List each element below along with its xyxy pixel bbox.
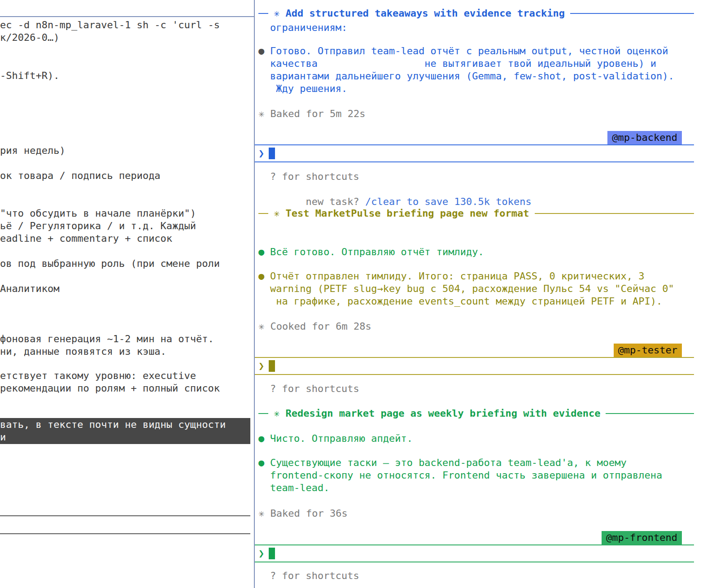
terminal-output-line: ни, данные появятся из кэша. (0, 345, 166, 358)
message-continuation: ограничениям: (270, 22, 694, 34)
terminal-output-line: Аналитиком (0, 283, 59, 295)
terminal-output-line: етствует такому уровню: executive (0, 370, 196, 382)
terminal-output-line: -Shift+R). (0, 70, 59, 82)
terminal-output-line: рия недель) (0, 144, 65, 157)
header-line-segment (258, 413, 268, 414)
session-header: ✳ Redesign market page as weekly briefin… (258, 407, 694, 420)
pane-top-border (0, 16, 254, 17)
terminal-output-line: фоновая генерация ~1-2 мин на отчёт. (0, 333, 214, 345)
message-text: Существующие таски — это backend-работа … (270, 457, 662, 494)
shortcuts-hint: ? for shortcuts (270, 170, 694, 183)
agent-sessions-pane: ✳ Add structured takeaways with evidence… (255, 0, 707, 588)
header-line-segment (258, 213, 268, 214)
session-header: ✳ Test MarketPulse briefing page new for… (258, 207, 694, 220)
shortcuts-hint: ? for shortcuts (270, 570, 694, 582)
task-duration-status: ✳ Cooked for 6m 28s (258, 320, 371, 333)
message-text: Отчёт отправлен тимлиду. Итого: страница… (270, 270, 674, 308)
message-bullet-icon: ● (258, 45, 270, 95)
text-cursor-icon (269, 148, 275, 159)
selected-text-line: и (0, 431, 250, 444)
agent-badge: @mp-backend (607, 131, 682, 144)
left-terminal-pane[interactable]: ec -d n8n-mp_laravel-1 sh -c 'curl -s к/… (0, 0, 254, 588)
assistant-message: ● Всё готово. Отправляю отчёт тимлиду. (258, 246, 694, 258)
selected-text-block: вать, в тексте почти не видны сущности и (0, 418, 250, 444)
text-cursor-icon (269, 548, 275, 559)
header-line-fill (535, 213, 694, 214)
message-text: Всё готово. Отправляю отчёт тимлиду. (270, 246, 484, 258)
session-title: ✳ Test MarketPulse briefing page new for… (268, 207, 535, 220)
terminal-output-line: ec -d n8n-mp_laravel-1 sh -c 'curl -s (0, 19, 220, 31)
message-bullet-icon: ● (258, 432, 270, 445)
assistant-message: ● Готово. Отправил team-lead отчёт с реа… (258, 45, 694, 95)
session-title: ✳ Redesign market page as weekly briefin… (268, 407, 606, 420)
assistant-message: ● Отчёт отправлен тимлиду. Итого: страни… (258, 270, 694, 308)
agent-badge: @mp-tester (614, 344, 682, 357)
terminal-output-line: ьё / Регуляторика / и т.д. Каждый (0, 220, 196, 232)
message-text: Готово. Отправил team-lead отчёт с реаль… (270, 45, 674, 95)
header-line-fill (606, 413, 694, 414)
message-bullet-icon: ● (258, 457, 270, 494)
terminal-output-line: eadline + commentary + список (0, 232, 172, 245)
agent-badge: @mp-frontend (602, 531, 682, 544)
header-line-fill (570, 13, 694, 14)
text-cursor-icon (269, 360, 275, 372)
header-line-segment (258, 13, 268, 14)
token-save-hint-prefix: new task? (305, 196, 365, 207)
horizontal-rule (0, 515, 250, 516)
message-bullet-icon: ● (258, 270, 270, 308)
clear-command-hint: /clear to save 130.5k tokens (365, 196, 532, 207)
terminal-output-line: к/2026-0…) (0, 31, 59, 44)
terminal-output-line: ов под выбранную роль (при смене роли (0, 257, 220, 270)
session-title: ✳ Add structured takeaways with evidence… (268, 7, 570, 20)
task-duration-status: ✳ Baked for 5m 22s (258, 108, 365, 120)
selected-text-line: вать, в тексте почти не видны сущности (0, 418, 250, 431)
prompt-chevron-icon: ❯ (258, 547, 264, 560)
session-header: ✳ Add structured takeaways with evidence… (258, 7, 694, 20)
assistant-message: ● Чисто. Отправляю апдейт. (258, 432, 694, 445)
terminal-output-line: рекомендации по ролям + полный список (0, 382, 220, 395)
horizontal-rule (0, 533, 250, 534)
shortcuts-hint: ? for shortcuts (270, 383, 694, 395)
terminal-output-line: ок товара / подпись периода (0, 170, 161, 182)
assistant-message: ● Существующие таски — это backend-работ… (258, 457, 694, 494)
message-bullet-icon: ● (258, 246, 270, 258)
prompt-input[interactable]: ❯ (255, 357, 694, 375)
prompt-input[interactable]: ❯ (255, 144, 694, 162)
task-duration-status: ✳ Baked for 36s (258, 507, 348, 520)
message-text: Чисто. Отправляю апдейт. (270, 432, 413, 445)
prompt-chevron-icon: ❯ (258, 147, 264, 160)
terminal-output-line: "что обсудить в начале планёрки") (0, 207, 196, 220)
prompt-input[interactable]: ❯ (255, 544, 694, 562)
prompt-chevron-icon: ❯ (258, 360, 264, 372)
